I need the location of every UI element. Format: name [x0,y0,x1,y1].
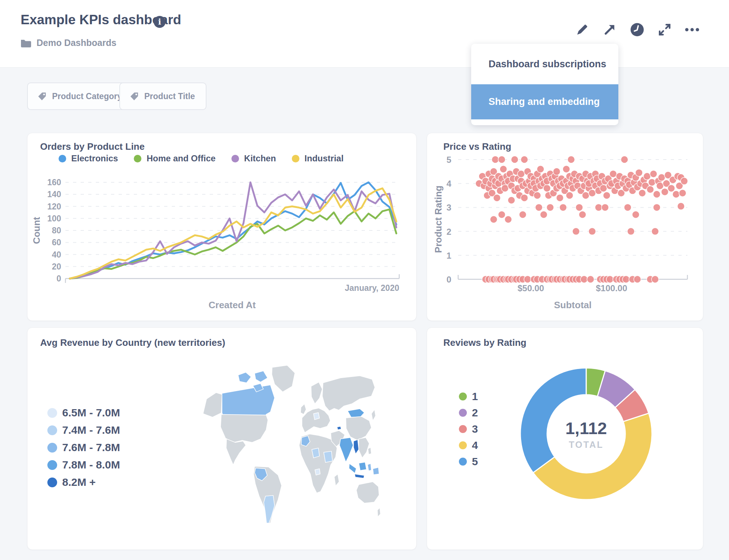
scatter-point[interactable] [679,190,686,197]
scatter-point[interactable] [521,194,528,201]
scatter-point[interactable] [517,170,525,178]
scatter-point[interactable] [576,204,583,211]
scatter-point[interactable] [553,168,560,175]
scatter-point[interactable] [589,228,596,235]
scatter-point[interactable] [653,204,660,211]
ellipsis-icon[interactable] [683,21,701,38]
scatter-point[interactable] [508,197,515,204]
scatter-point[interactable] [521,156,528,163]
scatter-point[interactable] [668,184,675,192]
scatter-point[interactable] [647,186,654,193]
region-se-asia [359,437,369,458]
donut-legend-item-3[interactable]: 3 [459,423,478,435]
scatter-point-zero[interactable] [524,276,531,283]
scatter-point[interactable] [639,190,646,197]
scatter-point[interactable] [490,216,497,223]
scatter-point[interactable] [556,194,563,201]
fullscreen-icon[interactable] [656,21,673,38]
scatter-point[interactable] [563,166,570,173]
scatter-point[interactable] [572,228,580,235]
scatter-point-zero[interactable] [606,276,614,283]
legend-item-home-and-office[interactable]: Home and Office [134,153,216,164]
scatter-point[interactable] [600,184,607,192]
scatter-point[interactable] [589,190,596,197]
scatter-point[interactable] [568,156,575,163]
scatter-point[interactable] [504,216,512,223]
info-icon[interactable]: i [154,16,166,28]
scatter-point[interactable] [535,204,542,211]
scatter-point[interactable] [648,179,656,186]
world-map[interactable] [156,361,425,536]
share-arrow-icon[interactable] [601,21,618,38]
scatter-point[interactable] [603,192,610,199]
scatter-point[interactable] [681,178,688,185]
breadcrumb-label: Demo Dashboards [37,38,116,48]
scatter-point[interactable] [650,170,657,178]
legend-item-industrial[interactable]: Industrial [292,153,344,164]
scatter-point[interactable] [559,204,567,211]
donut-legend-item-2[interactable]: 2 [459,407,478,419]
edit-pencil-icon[interactable] [574,21,591,38]
donut-legend-item-1[interactable]: 1 [459,390,478,403]
scatter-point[interactable] [627,228,635,235]
scatter-point-zero[interactable] [587,276,594,283]
scatter-point[interactable] [652,228,659,235]
scatter-point[interactable] [643,173,651,180]
scatter-point[interactable] [543,184,551,192]
scatter-point[interactable] [498,211,506,218]
scatter-point[interactable] [656,182,664,190]
scatter-point[interactable] [621,156,628,163]
scatter-point-zero[interactable] [580,276,588,283]
filter-product-category[interactable]: Product Category [27,82,133,110]
x-tick-label: $50.00 [517,283,544,293]
scatter-point[interactable] [582,192,589,199]
scatter-point[interactable] [658,174,665,181]
scatter-point[interactable] [635,169,643,176]
menu-item-dashboard-subscriptions[interactable]: Dashboard subscriptions [471,44,618,84]
scatter-point[interactable] [540,211,547,218]
scatter-point[interactable] [595,204,602,211]
legend-dot [459,425,467,433]
scatter-point[interactable] [601,204,609,211]
donut-legend-item-4[interactable]: 4 [459,439,478,451]
scatter-point[interactable] [610,170,617,178]
scatter-point[interactable] [500,166,507,173]
map-legend-item-0: 6.5M - 7.0M [47,407,120,419]
scatter-point[interactable] [566,192,573,199]
scatter-point[interactable] [498,156,506,163]
breadcrumb[interactable]: Demo Dashboards [21,38,116,48]
scatter-point[interactable] [511,156,518,163]
legend-item-electronics[interactable]: Electronics [59,153,118,164]
scatter-point[interactable] [493,194,500,201]
filter-product-title[interactable]: Product Title [119,82,206,110]
scatter-point[interactable] [547,204,554,211]
legend-item-kitchen[interactable]: Kitchen [231,153,276,164]
scatter-point-zero[interactable] [622,276,630,283]
clock-icon[interactable] [628,21,646,38]
scatter-point[interactable] [502,184,509,192]
scatter-point[interactable] [534,192,541,199]
scatter-point[interactable] [673,191,680,198]
legend-label: Home and Office [146,153,216,164]
region-madagascar [334,474,339,486]
scatter-point-zero[interactable] [634,276,641,283]
region-australia [356,482,379,503]
legend-dot [459,441,467,449]
card-price-vs-rating: Price vs Rating 012345$50.00$100.00Subto… [427,133,703,321]
scatter-point[interactable] [624,204,631,211]
scatter-point[interactable] [537,166,544,173]
map-legend: 6.5M - 7.0M7.4M - 7.6M7.6M - 7.8M7.8M - … [47,407,120,488]
scatter-point[interactable] [661,188,669,195]
scatter-point[interactable] [519,211,526,218]
menu-item-sharing-and-embedding[interactable]: Sharing and embedding [471,84,618,119]
scatter-point[interactable] [492,156,499,163]
donut-legend-item-5[interactable]: 5 [459,455,478,468]
scatter-point[interactable] [653,191,660,198]
scatter-point[interactable] [677,203,685,210]
scatter-point[interactable] [632,211,639,218]
y-axis-title: Product Rating [433,186,444,253]
line-series-home-and-office[interactable] [70,209,396,279]
map-legend-item-3: 7.8M - 8.0M [47,459,120,471]
scatter-point-zero[interactable] [652,276,659,283]
scatter-point[interactable] [579,211,586,218]
